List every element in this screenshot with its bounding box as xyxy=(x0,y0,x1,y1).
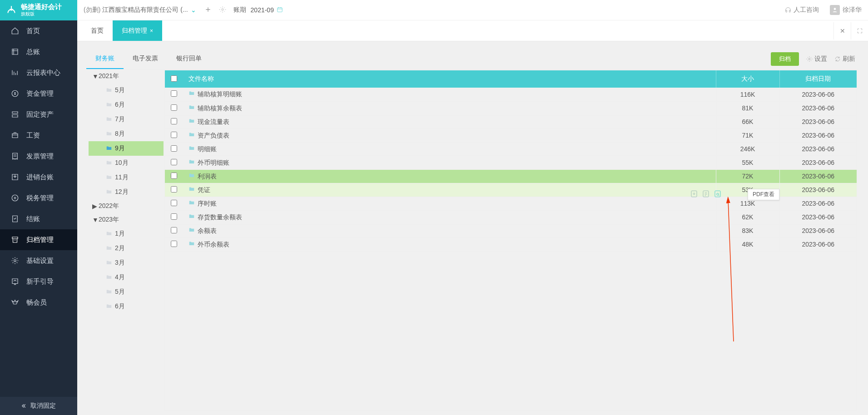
row-checkbox[interactable] xyxy=(165,183,183,197)
folder-icon xyxy=(188,186,195,193)
tab-home[interactable]: 首页 xyxy=(82,20,113,41)
table-row[interactable]: 利润表 72K 2023-06-06 xyxy=(165,169,857,183)
row-checkbox[interactable] xyxy=(165,197,183,210)
sidebar-item-inout[interactable]: 进销台账 xyxy=(0,167,77,188)
row-checkbox[interactable] xyxy=(165,224,183,237)
row-size: 66K xyxy=(716,115,779,128)
folder-icon xyxy=(106,230,112,238)
tab-close-icon[interactable]: × xyxy=(150,28,153,34)
pdf-view-icon[interactable] xyxy=(714,190,722,199)
tree-year[interactable]: ▶2022年 xyxy=(89,199,164,213)
subtab-finance[interactable]: 财务账 xyxy=(86,49,124,69)
company-chevron-icon[interactable]: ⌄ xyxy=(191,6,196,14)
add-icon[interactable] xyxy=(204,6,212,15)
row-checkbox[interactable] xyxy=(165,142,183,156)
refresh-button[interactable]: 刷新 xyxy=(834,55,855,63)
asset-icon xyxy=(10,109,20,119)
row-size: 62K xyxy=(716,210,779,224)
table-row[interactable]: 外币余额表 48K 2023-06-06 xyxy=(165,237,857,251)
date-tree: ▼2021年5月6月7月8月9月10月11月12月▶2022年▼2023年1月2… xyxy=(89,69,164,410)
row-name: 辅助核算余额表 xyxy=(183,101,716,115)
folder-icon xyxy=(188,241,195,248)
user-menu[interactable]: 徐泽华 xyxy=(830,5,862,15)
tree-month[interactable]: 1月 xyxy=(89,227,164,241)
row-date: 2023-06-06 xyxy=(779,169,857,183)
tree-month[interactable]: 9月 xyxy=(89,141,164,156)
guide-icon xyxy=(10,277,20,287)
table-row[interactable]: 外币明细账 55K 2023-06-06 xyxy=(165,156,857,169)
subtab-einvoice[interactable]: 电子发票 xyxy=(124,49,167,69)
period-value[interactable]: 2021-09 xyxy=(251,6,274,14)
tree-year[interactable]: ▼2021年 xyxy=(89,69,164,83)
row-checkbox[interactable] xyxy=(165,128,183,142)
tree-month[interactable]: 5月 xyxy=(89,83,164,98)
settings-button[interactable]: 设置 xyxy=(806,55,827,63)
sidebar-item-settings[interactable]: 基础设置 xyxy=(0,250,77,271)
row-checkbox[interactable] xyxy=(165,88,183,101)
table-row[interactable]: 明细账 246K 2023-06-06 xyxy=(165,142,857,156)
close-all-icon[interactable]: ✕ xyxy=(833,22,851,40)
row-checkbox[interactable] xyxy=(165,101,183,115)
sidebar-item-invoice[interactable]: 发票管理 xyxy=(0,146,77,167)
sidebar-item-label: 资金管理 xyxy=(26,89,54,98)
folder-icon xyxy=(106,174,112,182)
gear-icon[interactable] xyxy=(219,6,226,15)
sidebar-item-close[interactable]: 结账 xyxy=(0,208,77,229)
tree-month[interactable]: 11月 xyxy=(89,170,164,185)
tree-month[interactable]: 12月 xyxy=(89,185,164,199)
table-row[interactable]: 辅助核算余额表 81K 2023-06-06 xyxy=(165,101,857,115)
export-icon[interactable] xyxy=(690,190,698,199)
row-size: 81K xyxy=(716,101,779,115)
tree-month[interactable]: 5月 xyxy=(89,285,164,299)
row-name: 序时账 xyxy=(183,197,716,210)
logo-title: 畅捷通好会计 xyxy=(21,3,62,10)
calendar-icon[interactable] xyxy=(277,6,283,14)
table-row[interactable]: 辅助核算明细账 116K 2023-06-06 xyxy=(165,88,857,101)
sidebar-item-asset[interactable]: 固定资产 xyxy=(0,104,77,125)
tree-month[interactable]: 8月 xyxy=(89,127,164,141)
tab-archive[interactable]: 归档管理 × xyxy=(113,20,162,41)
tree-month[interactable]: 10月 xyxy=(89,156,164,170)
sidebar-item-money[interactable]: 资金管理 xyxy=(0,83,77,104)
row-checkbox[interactable] xyxy=(165,156,183,169)
sidebar-item-ledger[interactable]: 总账 xyxy=(0,41,77,62)
header-checkbox[interactable] xyxy=(165,70,183,88)
row-checkbox[interactable] xyxy=(165,237,183,251)
sidebar-item-home[interactable]: 首页 xyxy=(0,20,77,41)
table-row[interactable]: 资产负债表 71K 2023-06-06 xyxy=(165,128,857,142)
sidebar-item-tax[interactable]: 税务管理 xyxy=(0,188,77,208)
sidebar-item-guide[interactable]: 新手引导 xyxy=(0,271,77,292)
refresh-icon xyxy=(834,56,841,62)
tree-month[interactable]: 7月 xyxy=(89,112,164,127)
sidebar-item-chart[interactable]: 云报表中心 xyxy=(0,62,77,83)
row-checkbox[interactable] xyxy=(165,210,183,224)
unpin-button[interactable]: 取消固定 xyxy=(0,397,77,415)
logo-sub: 旗舰版 xyxy=(21,11,62,17)
company-name[interactable]: 江西服宝精品有限责任公司 (... xyxy=(102,6,188,14)
tree-month[interactable]: 6月 xyxy=(89,299,164,314)
folder-icon xyxy=(188,90,195,98)
tree-month[interactable]: 3月 xyxy=(89,256,164,270)
tree-month[interactable]: 4月 xyxy=(89,270,164,285)
table-row[interactable]: 存货数量余额表 62K 2023-06-06 xyxy=(165,210,857,224)
fullscreen-icon[interactable] xyxy=(851,22,868,40)
row-size: 48K xyxy=(716,237,779,251)
tree-month[interactable]: 6月 xyxy=(89,98,164,112)
archive-button-label: 归档 xyxy=(779,55,791,62)
salary-icon xyxy=(10,130,20,140)
sidebar-item-salary[interactable]: 工资 xyxy=(0,125,77,146)
table-row[interactable]: 现金流量表 66K 2023-06-06 xyxy=(165,115,857,128)
table-row[interactable]: 余额表 83K 2023-06-06 xyxy=(165,224,857,237)
tree-month[interactable]: 2月 xyxy=(89,241,164,256)
subtab-bank[interactable]: 银行回单 xyxy=(167,49,211,69)
sidebar-item-label: 进销台账 xyxy=(26,173,54,182)
tree-year[interactable]: ▼2023年 xyxy=(89,213,164,227)
pdf-icon[interactable] xyxy=(702,190,710,199)
sidebar-item-archive[interactable]: 归档管理 xyxy=(0,229,77,250)
row-checkbox[interactable] xyxy=(165,115,183,128)
sidebar-item-vip[interactable]: 畅会员 xyxy=(0,292,77,313)
row-checkbox[interactable] xyxy=(165,169,183,183)
archive-button[interactable]: 归档 xyxy=(771,52,799,66)
row-date: 2023-06-06 xyxy=(779,128,857,142)
support-button[interactable]: 人工咨询 xyxy=(784,6,819,14)
